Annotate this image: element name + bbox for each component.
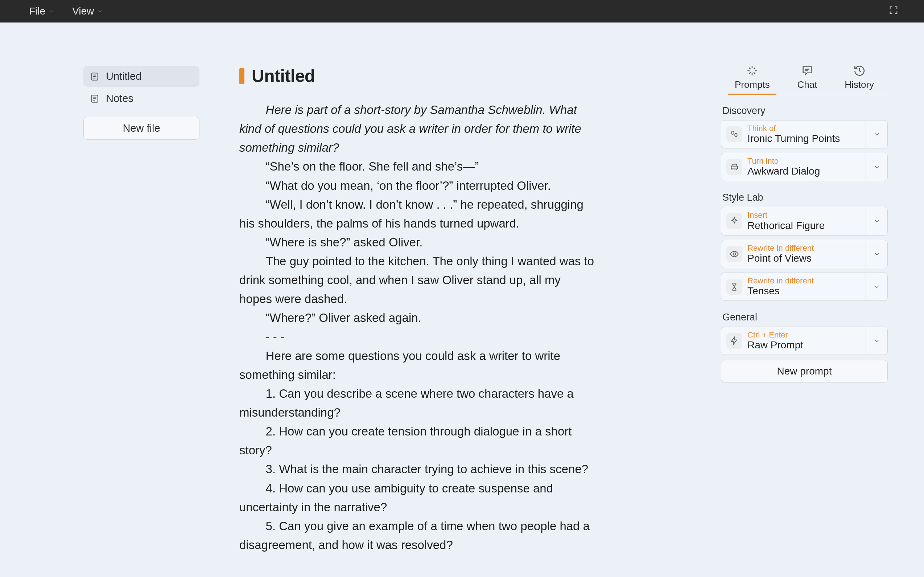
tab-label: Chat [797, 79, 817, 90]
prompt-small: Think of [747, 124, 866, 133]
new-file-button[interactable]: New file [84, 117, 199, 140]
file-item-untitled[interactable]: Untitled [84, 66, 199, 87]
prompt-expand[interactable] [866, 153, 887, 181]
svg-point-15 [733, 253, 736, 255]
section-label-general: General [722, 312, 888, 323]
doc-intro: Here is part of a short-story by Samanth… [239, 100, 595, 157]
prompt-card-point-of-views[interactable]: Rewrite in different Point of Views [721, 240, 888, 268]
prompt-card-tenses[interactable]: Rewrite in different Tenses [721, 272, 888, 301]
prompt-expand[interactable] [866, 273, 887, 300]
sparkle-icon [730, 216, 739, 226]
chevron-down-icon [873, 250, 881, 258]
doc-para: 5. Can you give an example of a time whe… [239, 517, 595, 554]
file-item-label: Untitled [106, 70, 141, 82]
prompt-card-awkward-dialog[interactable]: Turn into Awkward Dialog [721, 153, 888, 181]
doc-para: “What do you mean, ‘on the floor’?” inte… [239, 176, 595, 195]
title-marker [239, 68, 244, 84]
prompt-expand[interactable] [866, 121, 887, 148]
tab-label: History [845, 79, 874, 90]
section-label-discovery: Discovery [722, 105, 888, 116]
chevron-down-icon [873, 337, 881, 344]
prompt-small: Insert [747, 211, 866, 219]
sidebar-left: Untitled Notes New file [0, 23, 225, 577]
sparkles-icon [746, 64, 758, 77]
svg-point-10 [731, 131, 734, 134]
fullscreen-button[interactable] [889, 5, 898, 18]
doc-para: 3. What is the main character trying to … [239, 460, 595, 479]
prompt-big: Ironic Turning Points [747, 133, 866, 144]
prompt-small: Ctrl + Enter [747, 330, 866, 339]
chevron-down-icon [873, 218, 881, 225]
tab-chat[interactable]: Chat [791, 63, 824, 92]
document-icon [90, 94, 100, 103]
doc-para: 2. How can you create tension through di… [239, 422, 595, 460]
hourglass-icon [730, 282, 739, 292]
prompt-expand[interactable] [866, 240, 887, 268]
doc-para: “She’s on the floor. She fell and she’s—… [239, 157, 595, 176]
doc-para: “Where?” Oliver asked again. [239, 308, 595, 327]
file-list: Untitled Notes [84, 66, 199, 109]
sidebar-right: Prompts Chat History Discovery Think of … [721, 23, 924, 577]
topbar: File View [0, 0, 924, 23]
view-menu-label: View [72, 5, 94, 17]
prompt-expand[interactable] [866, 327, 887, 355]
file-menu[interactable]: File [29, 5, 55, 17]
chevron-down-icon [873, 131, 881, 138]
prompt-big: Tenses [747, 285, 866, 297]
prompt-big: Rethorical Figure [747, 220, 866, 232]
prompt-big: Raw Prompt [747, 339, 866, 351]
doc-para: 4. How can you use ambiguity to create s… [239, 479, 595, 517]
doc-para: “Well, I don’t know. I don’t know . . .”… [239, 195, 595, 233]
document-icon [90, 72, 100, 81]
svg-rect-12 [731, 166, 737, 169]
file-item-notes[interactable]: Notes [84, 88, 199, 109]
tab-history[interactable]: History [838, 63, 881, 92]
prompt-big: Awkward Dialog [747, 166, 866, 177]
doc-para: The guy pointed to the kitchen. The only… [239, 252, 595, 308]
prompt-card-raw-prompt[interactable]: Ctrl + Enter Raw Prompt [721, 327, 888, 355]
chevron-down-icon [873, 283, 881, 290]
file-item-label: Notes [106, 92, 133, 105]
doc-para: 1. Can you describe a scene where two ch… [239, 384, 595, 422]
prompt-small: Turn into [747, 157, 866, 166]
tab-prompts[interactable]: Prompts [728, 63, 776, 92]
chevron-down-icon [97, 8, 103, 15]
prompt-expand[interactable] [866, 207, 887, 235]
new-prompt-button[interactable]: New prompt [721, 360, 888, 382]
prompt-card-ironic-turning-points[interactable]: Think of Ironic Turning Points [721, 120, 888, 148]
history-icon [853, 64, 866, 77]
svg-point-11 [735, 134, 737, 137]
prompt-small: Rewrite in different [747, 277, 866, 285]
doc-para: “Where is she?” asked Oliver. [239, 233, 595, 252]
view-menu[interactable]: View [72, 5, 103, 17]
document-title: Untitled [252, 66, 315, 86]
footprints-icon [730, 129, 739, 139]
section-label-stylelab: Style Lab [722, 192, 888, 203]
right-tabs: Prompts Chat History [721, 63, 888, 95]
tab-label: Prompts [735, 79, 770, 90]
chevron-down-icon [873, 163, 881, 171]
prompt-card-rethorical-figure[interactable]: Insert Rethorical Figure [721, 207, 888, 235]
topbar-menu: File View [29, 5, 103, 17]
bolt-icon [730, 336, 739, 345]
prompt-big: Point of Views [747, 253, 866, 264]
file-menu-label: File [29, 5, 45, 17]
document-body[interactable]: Here is part of a short-story by Samanth… [239, 100, 595, 554]
sofa-icon [730, 162, 739, 172]
expand-icon [889, 5, 898, 15]
chevron-down-icon [48, 8, 55, 15]
document-area[interactable]: Untitled Here is part of a short-story b… [225, 23, 721, 577]
prompt-small: Rewrite in different [747, 244, 866, 253]
chat-icon [801, 64, 813, 77]
eye-icon [730, 249, 739, 259]
doc-para: - - - [239, 328, 595, 347]
doc-para: Here are some questions you could ask a … [239, 347, 595, 384]
